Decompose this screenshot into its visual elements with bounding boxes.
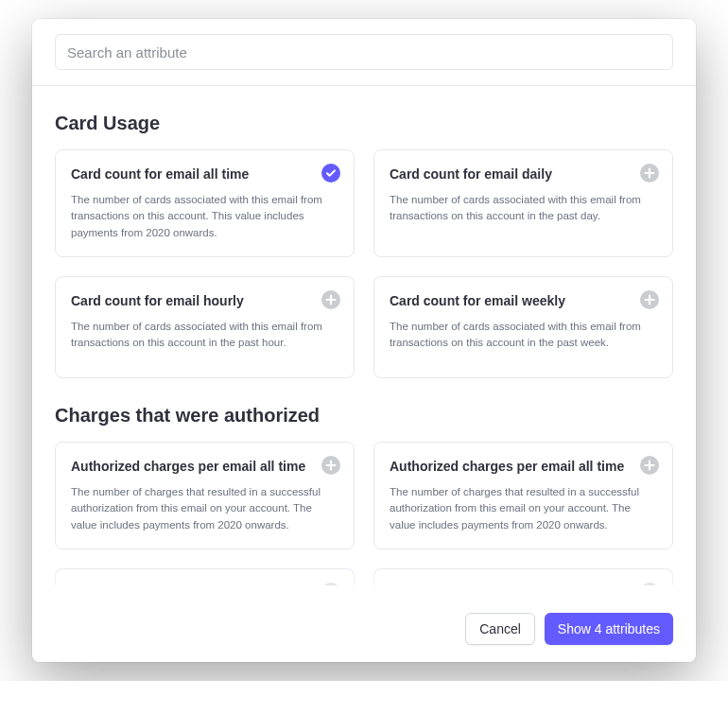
card-desc: The number of cards associated with this… [71, 319, 338, 352]
attribute-card[interactable]: Card count for email daily The number of… [373, 149, 673, 257]
attribute-card[interactable]: Authorized charges per email all time Th… [373, 442, 673, 549]
card-desc: The number of cards associated with this… [390, 192, 657, 225]
show-attributes-button[interactable]: Show 4 attributes [545, 613, 673, 645]
card-title: Card count for email weekly [390, 292, 657, 309]
card-desc: The number of cards associated with this… [390, 319, 657, 352]
svg-point-7 [640, 583, 659, 585]
card-title: Authorized charges per email daily [390, 584, 657, 585]
footer: Cancel Show 4 attributes [32, 600, 696, 662]
card-title: Authorized charges per email all time [71, 458, 338, 475]
attribute-card[interactable]: Card count for email hourly The number o… [55, 276, 355, 378]
attribute-card[interactable]: Authorized charges per email all time Th… [55, 442, 355, 549]
check-circle-icon[interactable] [321, 164, 340, 183]
plus-circle-icon[interactable] [321, 290, 340, 309]
card-title: Authorized charges per email all time [390, 458, 657, 475]
attribute-card[interactable]: Card count for email weekly The number o… [373, 276, 673, 378]
card-title: Card count for email hourly [71, 292, 338, 309]
search-wrapper [32, 19, 696, 86]
plus-circle-icon[interactable] [640, 583, 659, 585]
card-title: Authorized charges per email weekly [71, 584, 338, 585]
plus-circle-icon[interactable] [640, 456, 659, 475]
card-usage-grid: Card count for email all time The number… [55, 149, 673, 378]
card-desc: The number of charges that resulted in a… [71, 484, 338, 533]
authorized-grid: Authorized charges per email all time Th… [55, 442, 673, 549]
card-desc: The number of charges that resulted in a… [390, 484, 657, 533]
truncated-row: Authorized charges per email weekly Auth… [55, 568, 673, 585]
content-scroll: Card Usage Card count for email all time… [32, 86, 696, 662]
search-input[interactable] [55, 34, 673, 70]
svg-point-6 [321, 583, 340, 585]
plus-circle-icon[interactable] [321, 456, 340, 475]
section-title-authorized: Charges that were authorized [55, 405, 673, 427]
attribute-card[interactable]: Authorized charges per email weekly [55, 568, 355, 585]
section-title-card-usage: Card Usage [55, 113, 673, 134]
plus-circle-icon[interactable] [640, 164, 659, 183]
card-desc: The number of cards associated with this… [71, 192, 338, 241]
plus-circle-icon[interactable] [321, 583, 340, 585]
card-title: Card count for email all time [71, 165, 338, 183]
card-title: Card count for email daily [390, 165, 657, 183]
attribute-card[interactable]: Card count for email all time The number… [55, 149, 355, 257]
plus-circle-icon[interactable] [640, 290, 659, 309]
attribute-selector-modal: Card Usage Card count for email all time… [32, 19, 696, 662]
attribute-card[interactable]: Authorized charges per email daily [373, 568, 673, 585]
cancel-button[interactable]: Cancel [465, 613, 535, 645]
